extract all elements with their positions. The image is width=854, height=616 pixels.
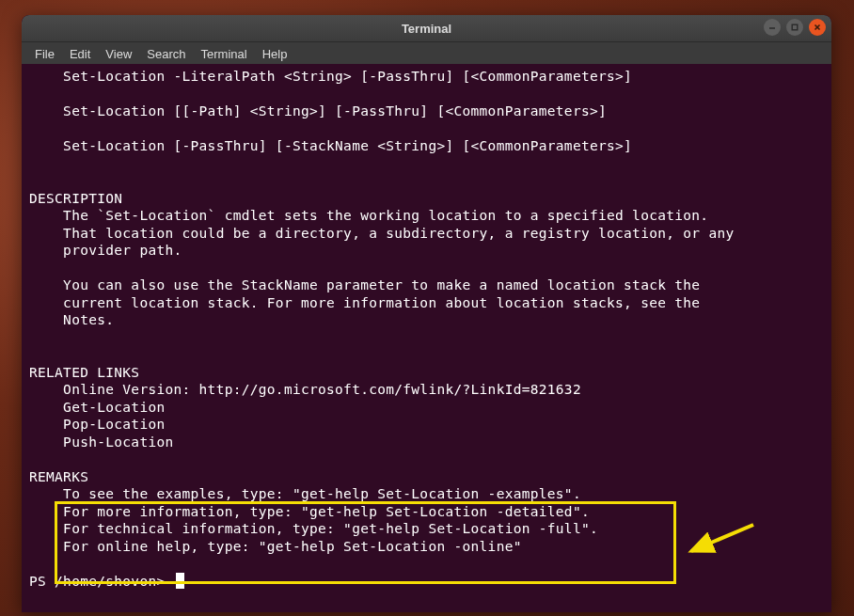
close-icon: [813, 23, 822, 32]
menubar: File Edit View Search Terminal Help: [22, 42, 831, 66]
related-link-line: Push-Location: [29, 434, 824, 451]
desktop-background: Terminal File Edit View Search Terminal …: [0, 0, 854, 616]
remarks-line: For technical information, type: "get-he…: [29, 520, 824, 538]
syntax-line-2: Set-Location [[-Path] <String>] [-PassTh…: [29, 103, 824, 120]
window-title: Terminal: [402, 22, 451, 36]
minimize-button[interactable]: [764, 19, 781, 36]
description-line: The `Set-Location` cmdlet sets the worki…: [29, 207, 824, 225]
blank-line: [29, 450, 824, 468]
description-line: That location could be a directory, a su…: [29, 225, 824, 243]
close-button[interactable]: [809, 19, 826, 36]
minimize-icon: [767, 23, 777, 32]
blank-line: [29, 172, 824, 190]
syntax-line-1: Set-Location -LiteralPath <String> [-Pas…: [29, 68, 824, 86]
description-line: You can also use the StackName parameter…: [29, 276, 824, 294]
syntax-line-3: Set-Location [-PassThru] [-StackName <St…: [29, 137, 824, 155]
description-header: DESCRIPTION: [29, 190, 824, 208]
remarks-line: For online help, type: "get-help Set-Loc…: [29, 538, 824, 556]
svg-rect-1: [792, 24, 798, 30]
cursor-icon: [176, 573, 184, 589]
blank-line: [29, 260, 824, 277]
blank-line: [29, 120, 824, 138]
related-link-line: Get-Location: [29, 399, 824, 417]
remarks-line: To see the examples, type: "get-help Set…: [29, 485, 824, 503]
blank-line: [29, 155, 824, 173]
description-line: provider path.: [29, 242, 824, 260]
menu-edit[interactable]: Edit: [62, 45, 98, 63]
menu-terminal[interactable]: Terminal: [194, 45, 255, 63]
blank-line: [29, 346, 824, 364]
menu-view[interactable]: View: [98, 45, 139, 63]
menu-help[interactable]: Help: [255, 45, 295, 63]
remarks-line: For more information, type: "get-help Se…: [29, 503, 824, 521]
maximize-icon: [790, 23, 799, 32]
terminal-window: Terminal File Edit View Search Terminal …: [22, 15, 831, 612]
related-links-header: RELATED LINKS: [29, 364, 824, 382]
related-link-line: Pop-Location: [29, 416, 824, 434]
blank-line: [29, 86, 824, 103]
prompt-text: PS /home/shovon>: [29, 573, 174, 591]
related-link-line: Online Version: http://go.microsoft.com/…: [29, 381, 824, 399]
terminal-viewport[interactable]: Set-Location -LiteralPath <String> [-Pas…: [22, 64, 831, 612]
description-line: current location stack. For more informa…: [29, 294, 824, 312]
blank-line: [29, 329, 824, 347]
prompt-line[interactable]: PS /home/shovon>: [29, 573, 824, 591]
remarks-header: REMARKS: [29, 468, 824, 486]
window-controls: [764, 19, 826, 36]
titlebar[interactable]: Terminal: [22, 15, 831, 42]
menu-search[interactable]: Search: [139, 45, 193, 63]
blank-line: [29, 555, 824, 573]
maximize-button[interactable]: [786, 19, 803, 36]
menu-file[interactable]: File: [27, 45, 62, 63]
description-line: Notes.: [29, 311, 824, 329]
